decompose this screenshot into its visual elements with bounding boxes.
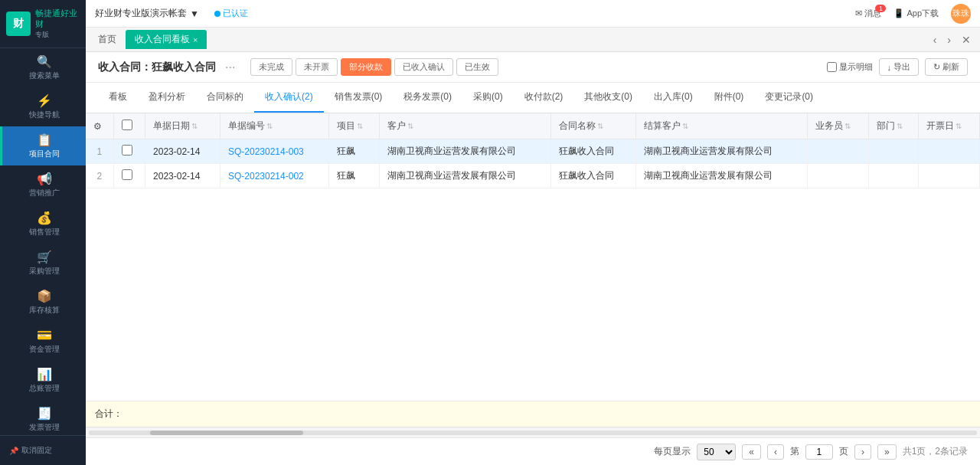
app-download-button[interactable]: 📱 App下载 (893, 8, 939, 19)
tabbar-controls: ‹ › ✕ (930, 32, 974, 47)
sidebar-icon-5: 🛒 (37, 250, 52, 264)
table-header-row: ⚙ 单据日期⇅ 单据编号⇅ 项目⇅ 客户⇅ 合同名称⇅ 结算客户⇅ 业务员⇅ 部… (86, 113, 980, 139)
logo-icon: 财 (6, 11, 31, 36)
inner-tab-0[interactable]: 看板 (98, 83, 138, 113)
contract-header: 收入合同：狂飙收入合同 ··· 未完成未开票部分收款已收入确认已生效 显示明细 … (86, 52, 980, 83)
page-label2: 页 (839, 445, 848, 458)
sidebar-item-9[interactable]: 🧾 发票管理 (0, 400, 86, 435)
row-checkbox-0[interactable] (113, 139, 145, 164)
col-settings: ⚙ (86, 113, 113, 139)
messages-button[interactable]: ✉ 消息 1 (855, 8, 881, 19)
col-checkbox (113, 113, 145, 139)
refresh-label: 刷新 (942, 61, 959, 73)
show-detail-label: 显示明细 (839, 61, 873, 73)
row-customer-1: 湖南卫视商业运营发展有限公司 (379, 164, 551, 188)
sidebar: 财 畅捷通好业财 专版 🔍 搜索菜单 ⚡ 快捷导航 📋 项目合同 📢 营销推广 … (0, 0, 86, 465)
sort-icon-dept: ⇅ (897, 122, 903, 130)
sidebar-item-0[interactable]: 🔍 搜索菜单 (0, 48, 86, 87)
sidebar-item-2[interactable]: 📋 项目合同 (0, 126, 86, 165)
inner-tab-9[interactable]: 出入库(0) (643, 83, 704, 113)
sidebar-item-4[interactable]: 💰 销售管理 (0, 205, 86, 244)
sidebar-item-5[interactable]: 🛒 采购管理 (0, 244, 86, 283)
refresh-button[interactable]: ↻ 刷新 (925, 58, 968, 76)
sidebar-label-5: 采购管理 (29, 266, 60, 277)
status-btn-3[interactable]: 已收入确认 (394, 58, 453, 76)
row-checkbox-1[interactable] (113, 164, 145, 188)
next-page-button[interactable]: › (854, 444, 871, 460)
user-avatar[interactable]: 珠珠 (951, 4, 971, 24)
tab-close-button[interactable]: × (193, 35, 198, 44)
col-customer: 客户⇅ (379, 113, 551, 139)
sidebar-item-1[interactable]: ⚡ 快捷导航 (0, 87, 86, 126)
inner-tab-11[interactable]: 变更记录(0) (754, 83, 824, 113)
inner-tab-4[interactable]: 销售发票(0) (324, 83, 394, 113)
company-selector[interactable]: 好业财专业版演示帐套 ▼ (95, 7, 199, 20)
status-btn-1[interactable]: 未开票 (296, 58, 338, 76)
tab-home[interactable]: 首页 (92, 30, 122, 49)
message-icon: ✉ (855, 8, 862, 18)
header: 好业财专业版演示帐套 ▼ 已认证 ✉ 消息 1 📱 App下载 珠珠 (86, 0, 980, 28)
scrollbar-track (89, 431, 977, 435)
inner-tab-3[interactable]: 收入确认(2) (254, 83, 324, 113)
export-button[interactable]: ↓ 导出 (879, 58, 920, 76)
row-order-no-0[interactable]: SQ-20230214-003 (220, 139, 328, 164)
select-all-checkbox[interactable] (122, 120, 132, 130)
user-name: 珠珠 (952, 8, 969, 19)
inner-tab-10[interactable]: 附件(0) (704, 83, 755, 113)
sidebar-icon-9: 🧾 (37, 406, 52, 421)
sidebar-label-7: 资金管理 (29, 344, 60, 355)
sidebar-item-7[interactable]: 💳 资金管理 (0, 322, 86, 361)
row-settlement-0: 湖南卫视商业运营发展有限公司 (635, 139, 808, 164)
tab-prev-button[interactable]: ‹ (930, 32, 940, 47)
sidebar-bottom: 📌 取消固定 (0, 435, 86, 465)
logo-sub: 专版 (35, 30, 80, 40)
per-page-select[interactable]: 50 100 200 (697, 444, 736, 460)
sort-icon-invoice: ⇅ (956, 122, 962, 130)
status-btn-4[interactable]: 已生效 (456, 58, 498, 76)
tab-close-all-button[interactable]: ✕ (959, 32, 974, 47)
sidebar-item-8[interactable]: 📊 总账管理 (0, 361, 86, 400)
inner-tab-5[interactable]: 税务发票(0) (393, 83, 462, 113)
pagination: 每页显示 50 100 200 « ‹ 第 页 › » 共1页，2条记录 (86, 437, 980, 465)
sidebar-icon-1: ⚡ (37, 93, 52, 108)
col-settlement: 结算客户⇅ (635, 113, 808, 139)
row-salesman-1 (808, 164, 869, 188)
sidebar-label-8: 总账管理 (29, 383, 60, 394)
display-toggle: 显示明细 (827, 58, 873, 76)
tab-label: 收入合同看板 (135, 33, 190, 46)
sidebar-icon-0: 🔍 (37, 54, 52, 69)
sidebar-label-4: 销售管理 (29, 227, 60, 237)
cert-badge: 已认证 (214, 8, 248, 19)
sidebar-icon-8: 📊 (37, 367, 52, 381)
last-page-button[interactable]: » (877, 444, 897, 460)
scrollbar-thumb[interactable] (150, 431, 303, 435)
inner-tab-8[interactable]: 其他收支(0) (573, 83, 643, 113)
horizontal-scrollbar[interactable] (86, 427, 980, 437)
more-options-button[interactable]: ··· (222, 61, 238, 74)
row-order-no-1[interactable]: SQ-20230214-002 (220, 164, 328, 188)
tab-next-button[interactable]: › (944, 32, 954, 47)
row-num-0: 1 (86, 139, 113, 164)
inner-tab-6[interactable]: 采购(0) (462, 83, 514, 113)
content-area: 收入合同：狂飙收入合同 ··· 未完成未开票部分收款已收入确认已生效 显示明细 … (86, 52, 980, 465)
sidebar-label-2: 项目合同 (29, 149, 60, 159)
inner-tab-2[interactable]: 合同标的 (196, 83, 254, 113)
contract-title: 收入合同：狂飙收入合同 (98, 61, 216, 74)
header-right: ✉ 消息 1 📱 App下载 珠珠 (855, 4, 971, 24)
status-btn-2[interactable]: 部分收款 (341, 58, 391, 76)
show-detail-checkbox[interactable] (827, 62, 837, 72)
sidebar-item-3[interactable]: 📢 营销推广 (0, 165, 86, 205)
tab-contract-board[interactable]: 收入合同看板 × (126, 30, 207, 49)
page-number-input[interactable] (805, 444, 833, 460)
export-label: 导出 (893, 61, 910, 73)
company-dropdown-icon: ▼ (190, 8, 199, 19)
unpin-button[interactable]: 📌 取消固定 (6, 442, 80, 459)
prev-page-button[interactable]: ‹ (767, 444, 784, 460)
status-btn-0[interactable]: 未完成 (250, 58, 292, 76)
first-page-button[interactable]: « (742, 444, 761, 460)
settings-icon[interactable]: ⚙ (93, 121, 102, 132)
inner-tab-7[interactable]: 收付款(2) (514, 83, 574, 113)
sidebar-item-6[interactable]: 📦 库存核算 (0, 283, 86, 322)
row-contract-name-0: 狂飙收入合同 (551, 139, 636, 164)
inner-tab-1[interactable]: 盈利分析 (138, 83, 196, 113)
